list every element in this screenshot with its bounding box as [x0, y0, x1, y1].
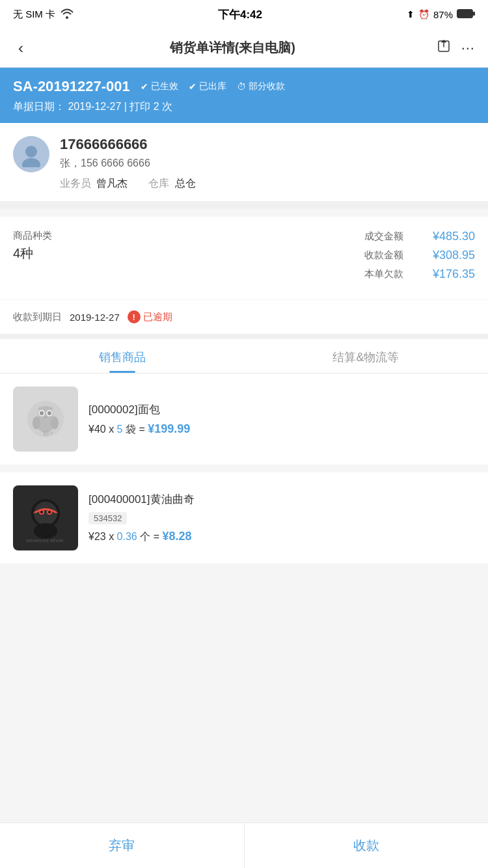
share-icon[interactable] — [437, 39, 451, 57]
product-placeholder-1: 赊+ — [13, 387, 78, 452]
product-count-label: 商品种类 — [13, 230, 52, 242]
wifi-icon — [61, 8, 74, 21]
due-amount-row: 本单欠款 ¥176.35 — [364, 267, 475, 281]
customer-section: 17666666666 张，156 6666 6666 业务员 曾凡杰 仓库 总… — [0, 123, 488, 201]
cancel-button[interactable]: 弃审 — [0, 823, 245, 868]
svg-point-21 — [34, 523, 57, 539]
battery-icon — [457, 9, 475, 20]
due-amount-value: ¥176.35 — [416, 267, 475, 281]
deal-amount-row: 成交金额 ¥485.30 — [364, 230, 475, 243]
product-details-2: [000400001]黄油曲奇 534532 ¥23 x 0.36 个 = ¥8… — [88, 492, 475, 544]
bottom-bar: 弃审 收款 — [0, 822, 488, 868]
salesperson-label: 业务员 — [60, 178, 91, 189]
product-price-line-2: ¥23 x 0.36 个 = ¥8.28 — [88, 530, 475, 544]
svg-point-24 — [40, 511, 43, 513]
tab-sales-products[interactable]: 销售商品 — [0, 339, 244, 373]
product-price-line-1: ¥40 x 5 袋 = ¥199.99 — [88, 422, 475, 437]
product-qty-1: 5 — [117, 424, 123, 435]
header-banner: SA-20191227-001 ✔ 已生效 ✔ 已出库 ⏱ 部分收款 单据日期：… — [0, 68, 488, 123]
product-batch-2: 534532 — [88, 512, 475, 530]
amounts-right: 成交金额 ¥485.30 收款金额 ¥308.95 本单欠款 ¥176.35 — [364, 230, 475, 286]
nav-actions: ··· — [437, 39, 475, 57]
list-item: 赊+ [0000002]面包 ¥40 x 5 袋 = ¥199.99 — [0, 373, 488, 465]
avatar — [13, 136, 49, 172]
due-amount-label: 本单欠款 — [364, 268, 403, 280]
overdue-text: 已逾期 — [143, 311, 172, 323]
order-id: SA-20191227-001 — [13, 78, 130, 95]
product-image-2: advanced whole — [13, 485, 78, 550]
tab-settlement-logistics[interactable]: 结算&物流等 — [244, 339, 488, 373]
product-list: 赊+ [0000002]面包 ¥40 x 5 袋 = ¥199.99 — [0, 373, 488, 563]
product-count-area: 商品种类 4种 — [13, 230, 52, 262]
warehouse-label: 仓库 — [148, 178, 169, 189]
received-amount-label: 收款金额 — [364, 249, 403, 262]
banner-date: 单据日期： 2019-12-27 | 打印 2 次 — [13, 100, 475, 114]
back-button[interactable]: ‹ — [13, 34, 29, 62]
due-date-value: 2019-12-27 — [70, 312, 120, 323]
deal-amount-value: ¥485.30 — [416, 230, 475, 243]
list-item: advanced whole [000400001]黄油曲奇 534532 ¥2… — [0, 472, 488, 563]
location-icon: ⬆ — [407, 9, 414, 20]
svg-point-25 — [48, 511, 51, 513]
svg-point-4 — [25, 146, 37, 157]
due-section: 收款到期日 2019-12-27 ! 已逾期 — [0, 300, 488, 339]
svg-point-11 — [40, 411, 44, 415]
status-bar: 无 SIM 卡 下午4:42 ⬆ ⏰ 87% — [0, 0, 488, 29]
svg-text:赊+: 赊+ — [43, 429, 53, 437]
customer-id: 17666666666 — [60, 136, 475, 153]
tabs-bar: 销售商品 结算&物流等 — [0, 339, 488, 373]
product-total-2: ¥8.28 — [162, 530, 191, 543]
svg-rect-2 — [457, 10, 471, 17]
received-amount-row: 收款金额 ¥308.95 — [364, 249, 475, 262]
carrier-text: 无 SIM 卡 — [13, 8, 55, 21]
product-count-value: 4种 — [13, 245, 52, 262]
confirm-button[interactable]: 收款 — [245, 823, 489, 868]
more-icon[interactable]: ··· — [461, 40, 475, 57]
salesperson-value: 曾凡杰 — [96, 178, 128, 189]
page-title: 销货单详情(来自电脑) — [170, 39, 295, 57]
amounts-section: 商品种类 4种 成交金额 ¥485.30 收款金额 ¥308.95 本单欠款 ¥… — [0, 217, 488, 299]
status-left: 无 SIM 卡 — [13, 8, 74, 21]
svg-point-20 — [34, 502, 57, 525]
overdue-badge: ! 已逾期 — [128, 310, 172, 323]
product-qty-2: 0.36 — [117, 531, 137, 542]
product-details-1: [0000002]面包 ¥40 x 5 袋 = ¥199.99 — [88, 402, 475, 437]
status-right: ⬆ ⏰ 87% — [407, 9, 475, 20]
warehouse-value: 总仓 — [175, 178, 196, 189]
svg-rect-1 — [473, 12, 475, 16]
battery-text: 87% — [433, 9, 453, 20]
svg-point-5 — [22, 158, 40, 167]
svg-text:advanced whole: advanced whole — [26, 537, 64, 543]
product-total-1: ¥199.99 — [148, 422, 190, 435]
check-icon-2: ✔ — [189, 81, 197, 92]
customer-meta: 业务员 曾凡杰 仓库 总仓 — [60, 177, 475, 191]
product-image-1: 赊+ — [13, 387, 78, 452]
svg-point-16 — [33, 416, 40, 429]
badge-partial: ⏱ 部分收款 — [237, 81, 285, 92]
badge-shipped: ✔ 已出库 — [189, 81, 226, 92]
badge-effective: ✔ 已生效 — [141, 81, 178, 92]
alarm-icon: ⏰ — [418, 9, 429, 20]
product-name-2: [000400001]黄油曲奇 — [88, 492, 475, 507]
overdue-icon: ! — [128, 310, 141, 323]
deal-amount-label: 成交金额 — [364, 230, 403, 243]
received-amount-value: ¥308.95 — [416, 249, 475, 262]
bottom-spacer — [0, 564, 488, 616]
customer-name: 张，156 6666 6666 — [60, 157, 475, 170]
salesperson-info: 业务员 曾凡杰 — [60, 177, 128, 191]
clock-icon: ⏱ — [237, 81, 246, 92]
customer-info: 17666666666 张，156 6666 6666 业务员 曾凡杰 仓库 总… — [60, 136, 475, 191]
status-time: 下午4:42 — [218, 7, 262, 22]
check-icon-1: ✔ — [141, 81, 148, 92]
warehouse-info: 仓库 总仓 — [148, 177, 195, 191]
product-name-1: [0000002]面包 — [88, 402, 475, 417]
due-date-label: 收款到期日 — [13, 311, 62, 323]
svg-point-17 — [51, 416, 59, 429]
svg-point-12 — [47, 411, 51, 415]
nav-bar: ‹ 销货单详情(来自电脑) ··· — [0, 29, 488, 68]
divider-1 — [0, 201, 488, 209]
